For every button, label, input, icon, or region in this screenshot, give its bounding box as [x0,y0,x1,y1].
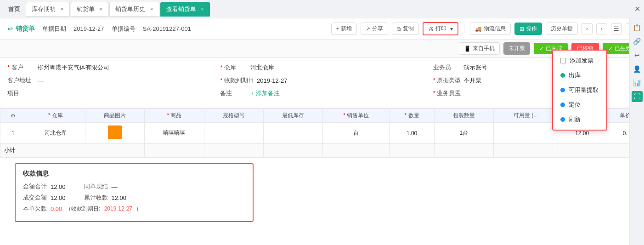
sidebar-icon-clipboard[interactable]: 📋 [632,22,643,33]
cell-available [494,123,558,144]
cell-min-stock [263,123,322,144]
due-date-value: 2019-12-27 [257,77,288,84]
cell-qty: 1.00 [390,123,434,144]
payment-section: 收款信息 金额合计 12.00 同单现结 — 成交金额 12.00 累计收款 [15,163,254,222]
tab-home[interactable]: 首页 [4,2,25,16]
subtotal-product [145,144,204,158]
close-icon[interactable]: × [201,6,204,12]
subtotal-min-stock [263,144,322,158]
close-icon[interactable]: × [60,6,64,12]
payment-owed: 本单欠款 0.00 （收款到期日: 2019-12-27 ） [23,205,141,213]
sidebar-icon-user[interactable]: 👤 [632,63,643,74]
dropdown-item-locate[interactable]: 定位 [553,97,606,112]
cell-unit: 台 [323,123,390,144]
payment-deal-amount: 成交金额 12.00 [23,194,66,202]
operate-button[interactable]: ⊞ 操作 [514,23,542,35]
history-button[interactable]: 历史单据 [546,23,578,35]
dropdown-item-quantity[interactable]: 可用量提取 [553,83,606,97]
owed-suffix: （收款到期日: [66,205,100,213]
logistics-label: 物流信息 [484,25,506,33]
nav-next[interactable]: › [596,23,607,34]
number-value: SA-20191227-001 [143,25,192,32]
payment-row-2: 成交金额 12.00 累计收款 12.00 [23,194,245,202]
new-button[interactable]: + 新增 [331,23,357,35]
same-settle-label: 同单现结 [84,182,108,191]
doc-header: ↩ 销货单 单据日期 2019-12-27 单据编号 SA-20191227-0… [0,18,644,40]
tab-sales-history[interactable]: 销货单历史 × [109,2,159,17]
check-icon: ✓ [539,46,544,52]
logistics-button[interactable]: 🚚 物流信息 [470,23,511,35]
tab-view-sales[interactable]: 查看销货单 × [160,2,210,17]
warehouse-field: 仓库 河北仓库 [220,63,424,72]
dropdown-item-outbound[interactable]: 出库 [553,68,606,83]
sidebar-icon-link[interactable]: 🔗 [632,36,643,47]
sales-staff-value: — [463,90,469,97]
warehouse-label: 仓库 [220,63,248,72]
cell-product: 嘻嘻嘻嘻 [145,123,204,144]
subtotal-unit [323,144,390,158]
th-warehouse: 仓库 [26,109,85,123]
note-label: 备注 [220,89,248,97]
view-single[interactable]: ☰ [611,23,622,34]
close-icon[interactable]: × [150,6,153,12]
logistics-icon: 🚚 [475,26,482,32]
effective-label: 已生效 [615,45,631,52]
address-label: 客户地址 [7,76,35,85]
copy-button[interactable]: ⧉ 复制 [392,23,419,35]
outbound-label: 出库 [569,71,581,80]
tab-label: 销货单 [77,5,95,13]
total-amount-label: 金额合计 [23,182,47,191]
dropdown-item-refresh[interactable]: 刷新 [553,112,606,127]
tab-sales-order[interactable]: 销货单 × [71,2,109,17]
subtotal-available [494,144,558,158]
ticket-value: 不开票 [463,76,481,85]
close-icon[interactable]: × [99,6,103,12]
tab-bar: 首页 库存期初 × 销货单 × 销货单历史 × 查看销货单 × ✕ [0,0,644,18]
nav-prev[interactable]: ‹ [582,23,593,34]
tab-inventory-init[interactable]: 库存期初 × [26,2,70,17]
project-field: 项目 — [7,89,211,97]
th-settings[interactable]: ⚙ [0,109,26,123]
not-opened-button[interactable]: 未开票 [503,42,530,55]
from-mobile-label: 来自手机 [473,45,495,52]
warehouse-value: 河北仓库 [250,63,274,72]
add-note-button[interactable]: + 添加备注 [250,89,279,97]
print-dropdown-arrow[interactable]: ▾ [450,26,453,32]
sidebar-icon-reply[interactable]: ↩ [632,50,643,61]
dropdown-item-add-invoice[interactable]: 添加发票 [553,53,606,68]
quantity-icon [560,88,565,92]
copy-icon: ⧉ [397,26,401,32]
sales-staff-label: 业务员孟 [433,89,461,97]
th-available: 可用量 (... [494,109,558,123]
cell-spec [204,123,263,144]
locate-label: 定位 [569,101,581,109]
customer-value: 柳州粤港平安气体有限公司 [38,63,109,72]
cell-pack-qty: 1台 [434,123,493,144]
ticket-label: 票据类型 [433,76,461,85]
cell-row-num: 1 [0,123,26,144]
order-table: ⚙ 仓库 商品图片 商品 规格型号 最低库存 销售单位 数量 包装数量 可用量 … [0,108,644,158]
owed-value: 0.00 [51,205,62,212]
share-label: 分享 [372,25,383,33]
refresh-icon [560,117,565,122]
form-row-2: 客户地址 — 收款到期日 2019-12-27 票据类型 不开票 [7,76,637,85]
staff-value: 演示账号 [463,63,487,72]
payment-title: 收款信息 [23,170,245,178]
sidebar-icon-expand[interactable]: ⛶ [632,91,643,102]
project-value: — [38,90,44,97]
share-button[interactable]: ↗ 分享 [361,23,388,35]
owed-label: 本单欠款 [23,205,47,213]
from-mobile-button[interactable]: 📱 来自手机 [459,42,500,55]
th-qty: 数量 [390,109,434,123]
print-button[interactable]: 🖨 打印 ▾ [423,22,458,35]
mobile-icon: 📱 [464,46,471,52]
separator [464,24,464,34]
tab-label: 销货单历史 [115,5,145,13]
window-close-button[interactable]: ✕ [634,5,640,13]
th-unit: 销售单位 [323,109,390,123]
history-label: 历史单据 [551,25,573,33]
sidebar-icon-chart[interactable]: 📊 [632,77,643,88]
subtotal-spec [204,144,263,158]
product-image [108,125,122,139]
locate-icon [560,103,565,107]
